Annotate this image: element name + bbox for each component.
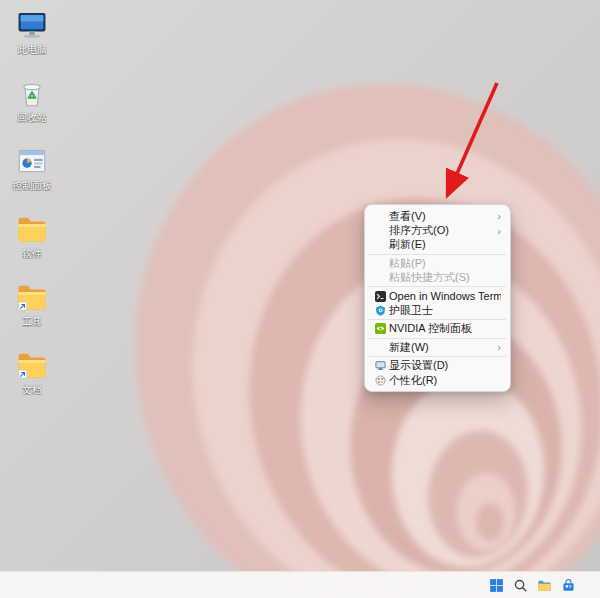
menu-item[interactable]: 新建(W)›: [367, 340, 508, 354]
desktop-icon-label: 工具: [22, 316, 42, 327]
recycle-bin-icon: [15, 76, 49, 110]
menu-item[interactable]: NVIDIA 控制面板: [367, 322, 508, 336]
menu-item-label: Open in Windows Terminal: [389, 290, 501, 302]
start-button[interactable]: [487, 576, 506, 595]
search-button[interactable]: [511, 576, 530, 595]
chevron-right-icon: ›: [493, 342, 501, 352]
desktop-icon-label: 软件: [22, 248, 42, 259]
menu-item-label: 护眼卫士: [389, 303, 501, 318]
menu-item-icon-gutter: [372, 257, 389, 269]
taskbar: [0, 571, 600, 598]
menu-item-label: 排序方式(O): [389, 223, 493, 238]
search-icon: [513, 578, 528, 593]
this-pc-icon: [15, 8, 49, 42]
menu-separator: [369, 356, 506, 357]
desktop-icon-recycle-bin-1[interactable]: 回收站: [2, 74, 62, 142]
taskbar-buttons: [487, 572, 578, 598]
menu-item[interactable]: 显示设置(D): [367, 359, 508, 373]
desktop-icon-folder-shortcut-4[interactable]: 工具: [2, 278, 62, 346]
desktop-icon-label: 此电脑: [17, 44, 47, 55]
start-icon: [489, 578, 504, 593]
file-explorer-button[interactable]: [535, 576, 554, 595]
menu-separator: [369, 338, 506, 339]
menu-item-label: 粘贴快捷方式(S): [389, 270, 501, 285]
menu-item-icon-gutter: [372, 272, 389, 284]
chevron-right-icon: ›: [493, 211, 501, 221]
eye-guard-icon: [372, 305, 389, 317]
context-menu: 查看(V)›排序方式(O)›刷新(E)粘贴(P)粘贴快捷方式(S)Open in…: [364, 204, 511, 392]
menu-item-icon-gutter: [372, 210, 389, 222]
store-icon: [561, 578, 576, 593]
menu-item-label: 显示设置(D): [389, 358, 501, 373]
folder-icon: [15, 212, 49, 246]
personalize-icon: [372, 374, 389, 386]
chevron-right-icon: ›: [493, 226, 501, 236]
nvidia-icon: [372, 323, 389, 335]
control-panel-icon: [15, 144, 49, 178]
menu-item-icon-gutter: [372, 341, 389, 353]
menu-item: 粘贴(P): [367, 256, 508, 270]
desktop[interactable]: 此电脑 回收站 控制面板 软件 工具 文档: [0, 0, 600, 598]
store-button[interactable]: [559, 576, 578, 595]
menu-item[interactable]: 查看(V)›: [367, 209, 508, 223]
menu-item-icon-gutter: [372, 239, 389, 251]
terminal-icon: [372, 290, 389, 302]
display-icon: [372, 360, 389, 372]
folder-shortcut-icon: [15, 348, 49, 382]
menu-item-label: 个性化(R): [389, 373, 501, 388]
menu-item-icon-gutter: [372, 225, 389, 237]
desktop-icon-this-pc-0[interactable]: 此电脑: [2, 6, 62, 74]
desktop-icon-label: 控制面板: [12, 180, 52, 191]
menu-item-label: 新建(W): [389, 340, 493, 355]
menu-item[interactable]: 刷新(E): [367, 238, 508, 252]
desktop-icons: 此电脑 回收站 控制面板 软件 工具 文档: [2, 6, 62, 414]
desktop-icon-control-panel-2[interactable]: 控制面板: [2, 142, 62, 210]
file-explorer-icon: [537, 578, 552, 593]
menu-item[interactable]: 护眼卫士: [367, 303, 508, 317]
desktop-icon-folder-3[interactable]: 软件: [2, 210, 62, 278]
menu-item[interactable]: Open in Windows Terminal: [367, 289, 508, 303]
desktop-icon-label: 回收站: [17, 112, 47, 123]
menu-item: 粘贴快捷方式(S): [367, 271, 508, 285]
menu-item-label: NVIDIA 控制面板: [389, 321, 501, 336]
menu-separator: [369, 254, 506, 255]
menu-item-label: 刷新(E): [389, 237, 501, 252]
menu-separator: [369, 286, 506, 287]
desktop-icon-folder-shortcut-5[interactable]: 文档: [2, 346, 62, 414]
desktop-icon-label: 文档: [22, 384, 42, 395]
menu-item[interactable]: 个性化(R): [367, 373, 508, 387]
menu-item-label: 粘贴(P): [389, 256, 501, 271]
folder-shortcut-icon: [15, 280, 49, 314]
menu-separator: [369, 319, 506, 320]
menu-item[interactable]: 排序方式(O)›: [367, 223, 508, 237]
menu-item-label: 查看(V): [389, 209, 493, 224]
